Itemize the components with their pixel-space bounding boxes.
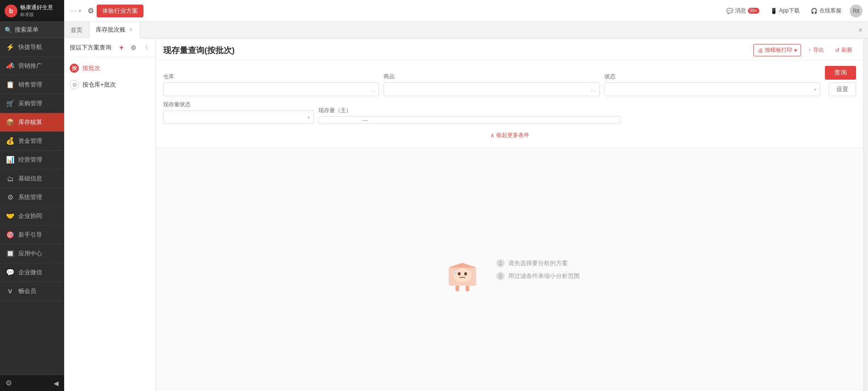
user-avatar[interactable]: Rit (850, 5, 863, 17)
print-button[interactable]: 🖨 按模板打印 ▾ (753, 44, 801, 56)
sidebar-item-collab[interactable]: 🤝 企业协同 (0, 207, 64, 226)
query-header-actions: 🖨 按模板打印 ▾ ↑ 导出 ↺ 刷新 (753, 44, 856, 56)
sidebar-item-basic[interactable]: 🗂 基础信息 (0, 169, 64, 188)
refresh-button[interactable]: ↺ 刷新 (831, 44, 856, 56)
app-download-label: App下载 (779, 7, 800, 15)
print-dropdown-icon: ▾ (794, 47, 797, 54)
wechat-icon: 💬 (5, 268, 15, 277)
tab-home-label: 首页 (71, 26, 82, 34)
sidebar: b 畅康通好生意 标准版 🔍 搜索菜单 ⚡ 快捷导航 📣 营销推广 📋 销售管理… (0, 0, 64, 391)
status-select[interactable]: ▾ (604, 82, 820, 96)
filter-inventory-qty: 现存量（主） — (319, 107, 621, 124)
scheme-item-by-batch[interactable]: 按 按批次 (64, 60, 155, 76)
product-input[interactable]: … (384, 82, 599, 96)
collapse-panel-icon[interactable]: 《 (141, 43, 150, 52)
tip-num-1: 1 (496, 259, 505, 267)
scheme-settings-icon[interactable]: ⚙ (129, 43, 138, 52)
scrollbar-right[interactable] (863, 38, 868, 391)
marketing-icon: 📣 (5, 61, 15, 71)
inventory-qty-max[interactable] (371, 117, 407, 124)
sidebar-item-newbie[interactable]: 🎯 新手引导 (0, 226, 64, 244)
collapse-filters-button[interactable]: ∧ 收起更多条件 (163, 129, 856, 142)
tab-close-icon[interactable]: × (128, 26, 133, 34)
query-button[interactable]: 查询 (825, 66, 856, 80)
warehouse-text-input[interactable] (166, 86, 368, 93)
inventory-status-select[interactable]: ▾ (163, 110, 314, 124)
online-service-button[interactable]: 🎧 在线客服 (808, 5, 844, 16)
finance-icon: 💰 (5, 136, 15, 146)
sidebar-item-system[interactable]: ⚙ 系统管理 (0, 188, 64, 207)
sidebar-item-member[interactable]: V 畅会员 (0, 282, 64, 301)
breadcrumb: ▾ (70, 8, 81, 13)
warehouse-input[interactable]: … (163, 82, 379, 96)
sidebar-item-appstore[interactable]: 🔲 应用中心 (0, 244, 64, 263)
scheme-item-by-warehouse-batch[interactable]: ⊙ 按仓库+批次 (64, 76, 155, 93)
panel-close-icon: × (858, 26, 863, 34)
svg-point-3 (464, 272, 467, 275)
inventory-status-label: 现存量状态 (163, 101, 314, 109)
messages-button[interactable]: 💬 消息 99+ (724, 5, 762, 16)
sidebar-item-marketing[interactable]: 📣 营销推广 (0, 57, 64, 76)
top-settings-icon[interactable]: ⚙ (85, 5, 97, 17)
message-icon: 💬 (726, 8, 733, 14)
settings-button[interactable]: 设置 (829, 82, 856, 96)
collapse-sidebar-icon[interactable]: ◀ (54, 380, 59, 387)
top-bar-right: 💬 消息 99+ 📱 App下载 🎧 在线客服 Rit (724, 5, 863, 17)
export-label: 导出 (813, 46, 824, 54)
product-label: 商品 (384, 73, 599, 81)
trial-button[interactable]: 体验行业方案 (97, 5, 143, 17)
app-download-button[interactable]: 📱 App下载 (768, 5, 802, 16)
top-bar-left: ▾ ⚙ (70, 5, 97, 17)
breadcrumb-input (70, 10, 77, 12)
settings-icon[interactable]: ⚙ (5, 379, 12, 387)
sidebar-label-purchase: 采购管理 (18, 99, 42, 108)
sidebar-item-sales[interactable]: 📋 销售管理 (0, 76, 64, 94)
sidebar-item-wechat[interactable]: 💬 企业微信 (0, 263, 64, 282)
warehouse-more-icon[interactable]: … (369, 86, 376, 93)
inventory-qty-range[interactable]: — (319, 116, 621, 124)
scheme-list: 按 按批次 ⊙ 按仓库+批次 (64, 57, 155, 96)
inventory-icon: 📦 (5, 118, 15, 127)
scheme-icon-batch: 按 (70, 64, 79, 73)
filter-inventory-status: 现存量状态 ▾ (163, 101, 314, 124)
collapse-label: 收起更多条件 (496, 131, 529, 139)
action-buttons: 查询 设置 (825, 66, 856, 96)
sidebar-label-member: 畅会员 (18, 287, 36, 295)
search-menu[interactable]: 🔍 搜索菜单 (0, 22, 64, 38)
print-label: 按模板打印 (765, 46, 792, 54)
shortcut-icon: ⚡ (5, 43, 15, 52)
scheme-label-by-warehouse-batch: 按仓库+批次 (82, 81, 116, 89)
sidebar-item-finance[interactable]: 💰 资金管理 (0, 132, 64, 151)
export-button[interactable]: ↑ 导出 (805, 44, 828, 56)
inventory-qty-min[interactable] (323, 117, 359, 124)
dropdown-icon[interactable]: ▾ (79, 8, 81, 13)
collapse-icon: ∧ (490, 132, 494, 139)
sidebar-label-finance: 资金管理 (18, 137, 42, 145)
sidebar-item-inventory[interactable]: 📦 库存核算 (0, 113, 64, 132)
sidebar-label-marketing: 营销推广 (18, 62, 42, 70)
app-logo-text: 畅康通好生意 标准版 (20, 4, 53, 17)
search-menu-label: 搜索菜单 (15, 26, 38, 34)
sidebar-item-shortcut[interactable]: ⚡ 快捷导航 (0, 38, 64, 57)
sales-icon: 📋 (5, 80, 15, 89)
product-more-icon[interactable]: … (590, 86, 597, 93)
svg-point-2 (458, 272, 461, 275)
sidebar-item-operation[interactable]: 📊 经营管理 (0, 151, 64, 169)
status-label: 状态 (604, 73, 820, 81)
tabs-panel-close[interactable]: × (853, 26, 868, 34)
add-scheme-button[interactable]: + (117, 43, 126, 52)
sidebar-label-newbie: 新手引导 (18, 231, 42, 239)
sidebar-label-appstore: 应用中心 (18, 250, 42, 258)
product-text-input[interactable] (387, 86, 588, 93)
user-name: Rit (853, 8, 860, 14)
main-area: ▾ ⚙ 体验行业方案 💬 消息 99+ 📱 App下载 🎧 在线客服 Rit (64, 0, 868, 391)
filter-warehouse: 仓库 … (163, 73, 379, 96)
svg-rect-5 (456, 286, 459, 291)
tab-inventory-batch[interactable]: 库存批次账 × (89, 22, 140, 38)
app-edition: 标准版 (20, 11, 53, 17)
purchase-icon: 🛒 (5, 99, 15, 108)
tab-home[interactable]: 首页 (64, 22, 89, 38)
member-icon: V (5, 287, 15, 296)
sidebar-label-shortcut: 快捷导航 (18, 43, 42, 51)
sidebar-item-purchase[interactable]: 🛒 采购管理 (0, 94, 64, 113)
